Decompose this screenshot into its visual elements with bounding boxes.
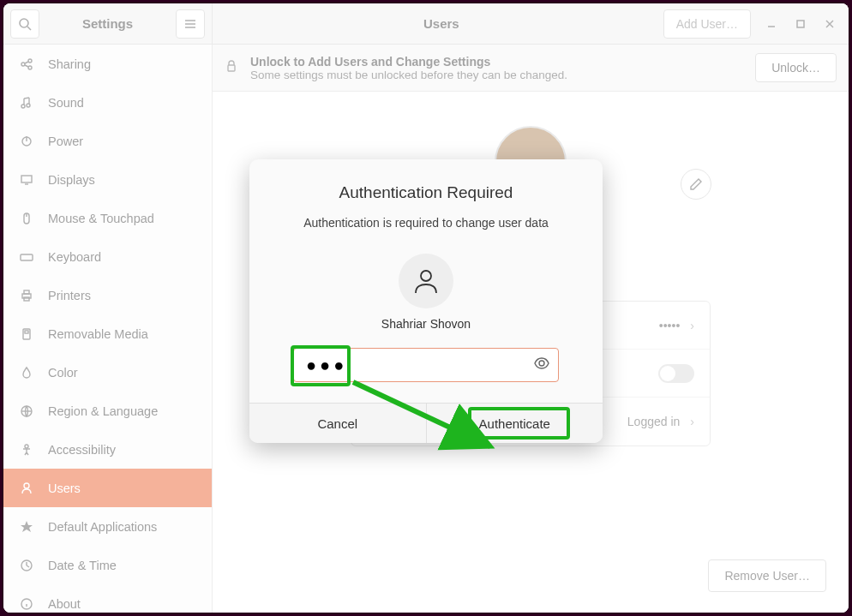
auth-dialog: Authentication Required Authentication i… — [249, 159, 603, 443]
password-field-wrap — [293, 348, 559, 382]
reveal-password-button[interactable] — [534, 356, 549, 374]
cancel-button[interactable]: Cancel — [249, 404, 426, 443]
svg-point-44 — [539, 361, 544, 366]
dialog-actions: Cancel Authenticate — [249, 403, 603, 443]
person-icon — [411, 266, 441, 296]
eye-icon — [534, 356, 549, 371]
dialog-body: Authentication Required Authentication i… — [249, 159, 603, 403]
dialog-username: Shahriar Shovon — [381, 317, 471, 331]
svg-point-43 — [421, 271, 431, 281]
dialog-title: Authentication Required — [339, 183, 513, 202]
authenticate-button[interactable]: Authenticate — [426, 404, 603, 443]
modal-overlay: Authentication Required Authentication i… — [3, 3, 849, 613]
password-input[interactable] — [303, 356, 534, 375]
dialog-subtitle: Authentication is required to change use… — [303, 216, 549, 230]
settings-window: Settings Users Add User… Sharing Sound P… — [3, 3, 849, 613]
dialog-avatar — [399, 254, 453, 308]
